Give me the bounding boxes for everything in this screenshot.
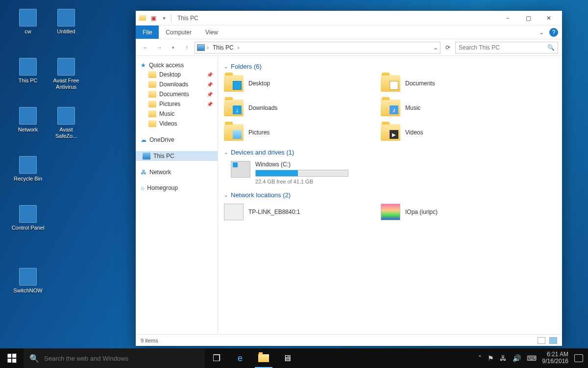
taskbar-edge[interactable]: e xyxy=(228,348,252,368)
nav-item[interactable]: Videos xyxy=(136,119,218,129)
navigation-bar: ← → ▾ ↑ › This PC › ⌄ ⟳ 🔍 xyxy=(136,39,562,56)
desktop-icon[interactable]: cw xyxy=(11,9,45,35)
desktop-icon[interactable]: Control Panel xyxy=(11,205,45,231)
desktop-icon-label: Avast SafeZo... xyxy=(49,127,83,139)
star-icon: ★ xyxy=(141,62,146,69)
action-center-button[interactable] xyxy=(574,354,583,362)
maximize-button[interactable]: ▢ xyxy=(518,11,539,25)
desktop-icon-label: Recycle Bin xyxy=(11,176,45,182)
group-network-header[interactable]: ⌄Network locations (2) xyxy=(224,191,556,199)
system-tray: ˄ ⚑ 🖧 🔊 ⌨ 6:21 AM 9/16/2016 xyxy=(475,348,588,368)
taskbar-search-input[interactable] xyxy=(44,355,199,362)
network-icon xyxy=(381,204,400,220)
folder-item[interactable]: Documents xyxy=(381,75,528,92)
tray-network-icon[interactable]: 🖧 xyxy=(500,354,507,362)
nav-quick-access[interactable]: ★Quick access xyxy=(136,61,218,70)
taskbar-clock[interactable]: 6:21 AM 9/16/2016 xyxy=(542,351,568,365)
network-label: TP-LINK_EB8840:1 xyxy=(248,209,300,215)
content-pane: ⌄Folders (6) DesktopDocumentsDownloadsMu… xyxy=(218,56,562,334)
tray-show-hidden-icon[interactable]: ˄ xyxy=(478,354,482,362)
desktop-icon[interactable]: Avast SafeZo... xyxy=(49,107,83,139)
pin-icon: 📌 xyxy=(207,92,213,97)
drive-usage-bar xyxy=(255,170,348,177)
ribbon-tab-file[interactable]: File xyxy=(136,26,159,39)
ribbon-tabs: File Computer View ⌄ ? xyxy=(136,26,562,39)
nav-item[interactable]: Desktop📌 xyxy=(136,70,218,79)
address-bar[interactable]: › This PC › ⌄ xyxy=(195,42,441,53)
nav-item-label: Downloads xyxy=(159,81,188,88)
desktop-icon[interactable]: Avast Free Antivirus xyxy=(49,58,83,90)
recent-locations-button[interactable]: ▾ xyxy=(167,42,179,53)
taskbar-app[interactable]: 🖥 xyxy=(275,348,299,368)
desktop-icon[interactable]: Untitled xyxy=(49,9,83,35)
tray-input-icon[interactable]: ⌨ xyxy=(527,354,537,362)
search-icon: 🔍 xyxy=(29,354,39,363)
ribbon-tab-view[interactable]: View xyxy=(198,26,225,39)
ribbon-expand-button[interactable]: ⌄ xyxy=(536,29,547,36)
view-tiles-button[interactable] xyxy=(549,337,557,344)
desktop-icon[interactable]: This PC xyxy=(11,58,45,84)
explorer-app-icon xyxy=(139,14,147,22)
folder-item[interactable]: Desktop xyxy=(224,75,371,92)
back-button[interactable]: ← xyxy=(140,42,151,53)
folder-item[interactable]: Downloads xyxy=(224,100,371,116)
refresh-button[interactable]: ⟳ xyxy=(442,42,453,53)
desktop-icon[interactable]: SwitchNOW xyxy=(11,268,45,294)
nav-item[interactable]: Documents📌 xyxy=(136,89,218,99)
folder-label: Music xyxy=(405,105,420,111)
pin-icon: 📌 xyxy=(207,82,213,87)
tray-security-icon[interactable]: ⚑ xyxy=(488,354,494,362)
nav-onedrive[interactable]: ☁OneDrive xyxy=(136,135,218,144)
forward-button[interactable]: → xyxy=(153,42,165,53)
app-icon xyxy=(57,9,75,26)
folder-icon xyxy=(224,124,244,141)
group-drives-header[interactable]: ⌄Devices and drives (1) xyxy=(224,149,556,156)
folder-label: Downloads xyxy=(248,105,277,111)
cloud-icon: ☁ xyxy=(141,136,147,143)
folder-label: Videos xyxy=(405,129,423,136)
status-bar: 9 items xyxy=(136,334,562,346)
qat-properties-icon[interactable]: ▣ xyxy=(149,14,157,22)
start-button[interactable] xyxy=(0,348,24,368)
nav-item[interactable]: Pictures📌 xyxy=(136,99,218,109)
taskbar: 🔍 ❐ e 🖥 ˄ ⚑ 🖧 🔊 ⌨ 6:21 AM 9/16/2016 xyxy=(0,348,588,368)
desktop-icon[interactable]: Recycle Bin xyxy=(11,156,45,182)
network-icon xyxy=(224,204,244,220)
desktop-icon-label: Untitled xyxy=(49,28,83,35)
app-icon xyxy=(19,9,37,26)
nav-network[interactable]: 🖧Network xyxy=(136,168,218,177)
folder-icon xyxy=(148,120,156,127)
folder-item[interactable]: Pictures xyxy=(224,124,371,141)
desktop-icon[interactable]: Network xyxy=(11,107,45,133)
taskbar-file-explorer[interactable] xyxy=(252,348,275,368)
titlebar[interactable]: ▣ ▾ This PC − ▢ ✕ xyxy=(136,11,562,26)
taskbar-search[interactable]: 🔍 xyxy=(24,348,205,368)
network-location[interactable]: TP-LINK_EB8840:1 xyxy=(224,204,371,220)
app-icon xyxy=(19,156,37,174)
address-dropdown-icon[interactable]: ⌄ xyxy=(433,44,438,51)
up-button[interactable]: ↑ xyxy=(181,42,193,53)
minimize-button[interactable]: − xyxy=(497,11,518,25)
drive-c[interactable]: Windows (C:) 22.4 GB free of 41.1 GB xyxy=(231,161,556,184)
folder-item[interactable]: Music xyxy=(381,100,528,116)
nav-this-pc[interactable]: This PC xyxy=(136,151,218,161)
group-folders-header[interactable]: ⌄Folders (6) xyxy=(224,63,556,70)
network-location[interactable]: IOpa (iuripc) xyxy=(381,204,528,220)
task-view-button[interactable]: ❐ xyxy=(205,348,228,368)
tray-volume-icon[interactable]: 🔊 xyxy=(513,354,521,362)
folder-item[interactable]: Videos xyxy=(381,124,528,141)
close-button[interactable]: ✕ xyxy=(539,11,559,25)
search-input[interactable] xyxy=(459,44,547,51)
nav-item[interactable]: Downloads📌 xyxy=(136,79,218,89)
app-icon xyxy=(57,107,75,125)
nav-homegroup[interactable]: ⌂Homegroup xyxy=(136,184,218,192)
help-button[interactable]: ? xyxy=(549,28,558,37)
breadcrumb-sep: › xyxy=(207,44,209,51)
drive-icon xyxy=(231,161,250,178)
search-box[interactable]: 🔍 xyxy=(455,42,558,53)
view-details-button[interactable] xyxy=(538,337,545,344)
ribbon-tab-computer[interactable]: Computer xyxy=(159,26,198,39)
qat-new-folder-icon[interactable]: ▾ xyxy=(160,14,168,22)
breadcrumb-thispc[interactable]: This PC xyxy=(211,44,236,51)
nav-item[interactable]: Music xyxy=(136,109,218,119)
